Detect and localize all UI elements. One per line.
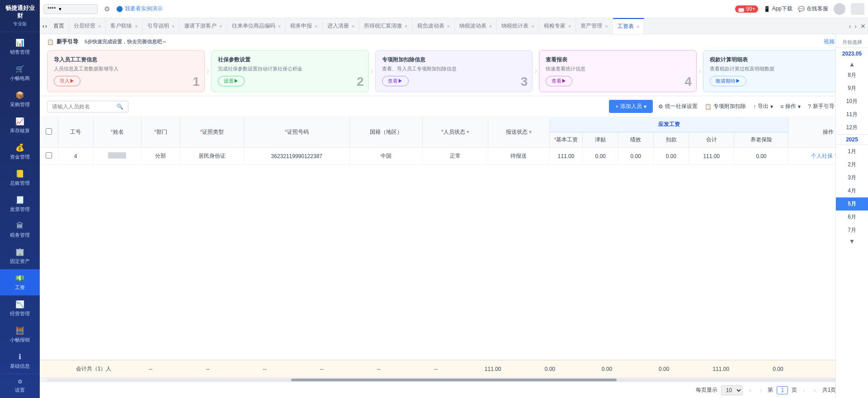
tab-close-11[interactable]: × (531, 23, 534, 29)
sidebar-item-经营管理[interactable]: 📉经营管理 (0, 295, 40, 322)
tab-close-14[interactable]: × (637, 24, 639, 29)
sidebar-item-工资[interactable]: 💵工资 (0, 269, 40, 295)
sidebar-item-基础信息[interactable]: ℹ基础信息 (0, 348, 40, 374)
sidebar-settings[interactable]: ⚙ 设置 (0, 374, 40, 398)
tab-close-4[interactable]: × (219, 23, 222, 29)
tab-13[interactable]: 资产管理× (576, 18, 613, 34)
guide-action[interactable]: ? 新手引导 (806, 100, 836, 112)
month-up-arrow[interactable]: ▲ (845, 60, 859, 69)
tab-prev-arrow[interactable]: ‹ (848, 23, 853, 30)
tab-close-13[interactable]: × (605, 23, 608, 29)
tab-close-1[interactable]: × (98, 23, 101, 29)
tab-3[interactable]: 引导说明× (143, 18, 179, 34)
row-checkbox-0[interactable] (46, 152, 52, 159)
month-item-current-2[interactable]: 3月 (836, 171, 868, 184)
scrollbar-track[interactable] (47, 379, 861, 381)
month-item-current-6[interactable]: 7月 (836, 224, 868, 237)
month-item-current-5[interactable]: 6月 (836, 211, 868, 224)
month-item-prev-4[interactable]: 12月 (836, 121, 868, 134)
sidebar-icon-基础信息: ℹ (19, 352, 21, 361)
tab-close-2[interactable]: × (135, 23, 137, 29)
tab-close-7[interactable]: × (352, 23, 354, 29)
tab-11[interactable]: 纳税统计表× (497, 18, 539, 34)
social-security-action[interactable]: ⚙ 统一社保设置 (656, 100, 699, 112)
step-btn-4[interactable]: 查看▶ (546, 76, 572, 86)
tab-4[interactable]: 邀请下游客户× (179, 18, 227, 34)
step-btn-5[interactable]: 敬请期待▶ (710, 76, 746, 86)
next-page-button[interactable]: › (801, 386, 807, 394)
tab-2[interactable]: 客户联络× (106, 18, 142, 34)
user-menu[interactable] (851, 3, 864, 15)
tab-next-arrow[interactable]: › (853, 23, 858, 30)
tab-close-10[interactable]: × (489, 23, 492, 29)
month-item-current-3[interactable]: 4月 (836, 184, 868, 197)
user-avatar[interactable] (834, 3, 845, 15)
month-item-prev-3[interactable]: 11月 (836, 108, 868, 121)
month-item-current-0[interactable]: 1月 (836, 145, 868, 158)
tab-scroll-left[interactable]: ‹ › (41, 23, 49, 29)
tab-close-5[interactable]: × (278, 23, 281, 29)
month-down-arrow[interactable]: ▼ (845, 237, 859, 246)
special-deduction-action[interactable]: 📋 专项附加扣除 (703, 100, 748, 112)
tab-close-12[interactable]: × (568, 23, 571, 29)
step-btn-2[interactable]: 设置▶ (218, 76, 245, 86)
sidebar-item-税务管理[interactable]: 🏛税务管理 (0, 217, 40, 243)
company-selector[interactable]: **** ▾ (43, 4, 98, 14)
chevron-left-icon[interactable]: ‹ (42, 23, 44, 29)
last-page-button[interactable]: » (811, 386, 818, 394)
operation-action[interactable]: ≡ 操作 ▾ (778, 100, 802, 112)
online-service-button[interactable]: 💬 在线客服 (798, 5, 828, 13)
tab-close-8[interactable]: × (405, 23, 407, 29)
per-page-select[interactable]: 10 20 50 (721, 385, 743, 395)
select-all-checkbox[interactable] (46, 128, 52, 135)
tab-12[interactable]: 税检专家× (539, 18, 576, 34)
horizontal-scrollbar[interactable] (40, 377, 868, 382)
tab-8[interactable]: 所得税汇算清缴× (359, 18, 412, 34)
sidebar-item-发票管理[interactable]: 🧾发票管理 (0, 191, 40, 217)
tab-5[interactable]: 往来单位商品编码× (227, 18, 286, 34)
step-btn-3[interactable]: 查看▶ (382, 76, 409, 86)
tab-7[interactable]: 进入清册× (323, 18, 359, 34)
demo-button[interactable]: 🔵 我要看实例演示 (116, 5, 163, 13)
month-item-prev-2[interactable]: 10月 (836, 95, 868, 108)
tab-1[interactable]: 分层经营× (69, 18, 106, 34)
month-item-current-1[interactable]: 2月 (836, 158, 868, 171)
export-action[interactable]: ↑ 导出 ▾ (751, 100, 775, 112)
tab-close-3[interactable]: × (172, 23, 175, 29)
search-icon[interactable]: 🔍 (117, 103, 123, 110)
month-item-prev-1[interactable]: 9月 (836, 82, 868, 95)
month-item-prev-0[interactable]: 8月 (836, 69, 868, 82)
social-security-icon: ⚙ (658, 103, 663, 110)
settings-button[interactable]: ⚙ (101, 4, 113, 14)
step-btn-1[interactable]: 导入▶ (54, 76, 80, 86)
sidebar-item-小畅电商[interactable]: 🛒小畅电商 (0, 60, 40, 86)
sidebar-item-资金管理[interactable]: 💰资金管理 (0, 139, 40, 165)
tab-6[interactable]: 税务申报× (286, 18, 322, 34)
sidebar-item-库存核算[interactable]: 📈库存核算 (0, 112, 40, 139)
guide-video-link[interactable]: 视频 (824, 38, 835, 46)
month-item-current-4[interactable]: 5月 (836, 197, 868, 211)
tab-9[interactable]: 税负波动表× (413, 18, 455, 34)
scrollbar-thumb[interactable] (291, 379, 617, 381)
chevron-right-icon[interactable]: › (45, 23, 47, 29)
tab-0[interactable]: 首页 (49, 18, 69, 34)
sidebar-item-总账管理[interactable]: 📒总账管理 (0, 165, 40, 191)
sidebar-item-销售管理[interactable]: 📊销售管理 (0, 34, 40, 60)
sidebar-item-小畅报销[interactable]: 🧮小畅报销 (0, 322, 40, 348)
sidebar-item-固定资产[interactable]: 🏢固定资产 (0, 243, 40, 269)
tab-close-all[interactable]: ✕ (859, 23, 867, 30)
tab-14[interactable]: 工资表× (613, 18, 644, 34)
tab-close-6[interactable]: × (315, 23, 317, 29)
app-download-button[interactable]: 📱 App下载 (764, 5, 793, 13)
notification-count: 99+ (746, 6, 755, 12)
search-input[interactable] (52, 103, 114, 110)
add-employee-button[interactable]: + 添加人员 ▾ (609, 100, 653, 113)
prev-page-button[interactable]: ‹ (758, 386, 764, 394)
first-page-button[interactable]: « (746, 386, 754, 394)
sidebar-item-采购管理[interactable]: 📦采购管理 (0, 86, 40, 112)
notification-button[interactable]: 📩 99+ (735, 5, 758, 13)
op-social-btn[interactable]: 个人社保 (811, 153, 833, 159)
per-page-label: 每页显示 (696, 386, 717, 394)
tab-10[interactable]: 纳税波动表× (455, 18, 497, 34)
tab-close-9[interactable]: × (447, 23, 450, 29)
